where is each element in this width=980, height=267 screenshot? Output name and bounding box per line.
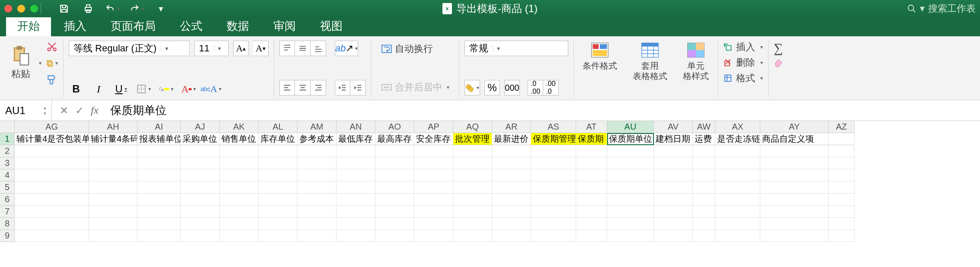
cell[interactable] — [220, 194, 259, 206]
align-middle-button[interactable] — [295, 41, 311, 56]
cell[interactable] — [181, 206, 220, 218]
cell[interactable] — [298, 181, 336, 194]
cell[interactable] — [89, 206, 138, 218]
row-header[interactable]: 2 — [0, 145, 15, 157]
cell[interactable] — [829, 206, 855, 218]
column-header[interactable]: AW — [693, 121, 715, 133]
cell[interactable] — [89, 194, 138, 206]
spreadsheet-grid[interactable]: AGAHAIAJAKALAMANAOAPAQARASATAUAVAWAXAYAZ… — [0, 121, 980, 267]
tab-page-layout[interactable]: 页面布局 — [99, 15, 167, 36]
cancel-formula-button[interactable]: ✕ — [60, 105, 68, 117]
increase-font-button[interactable]: A▴ — [233, 41, 249, 56]
cell[interactable] — [15, 157, 89, 169]
cell[interactable] — [607, 230, 654, 242]
cell[interactable] — [181, 181, 220, 194]
cell[interactable] — [298, 169, 336, 181]
cell[interactable]: 参考成本 — [298, 133, 336, 145]
cell[interactable] — [829, 194, 855, 206]
cell[interactable] — [220, 157, 259, 169]
cell[interactable] — [576, 206, 607, 218]
cell[interactable] — [138, 194, 181, 206]
cell[interactable] — [607, 145, 654, 157]
undo-button[interactable]: ▾ — [105, 2, 120, 15]
cell[interactable] — [654, 157, 693, 169]
cell[interactable] — [760, 218, 829, 230]
cell[interactable] — [607, 181, 654, 194]
row-header[interactable]: 4 — [0, 169, 15, 181]
cell[interactable] — [607, 169, 654, 181]
cell[interactable] — [492, 145, 531, 157]
cell[interactable] — [760, 145, 829, 157]
cell[interactable] — [492, 181, 531, 194]
cell[interactable] — [15, 145, 89, 157]
name-box[interactable]: AU1 ▴▾ — [0, 100, 52, 121]
column-header[interactable]: AH — [89, 121, 138, 133]
cell[interactable] — [138, 157, 181, 169]
cell[interactable] — [414, 157, 453, 169]
cell[interactable] — [453, 218, 492, 230]
column-header[interactable]: AN — [336, 121, 375, 133]
cell[interactable] — [829, 133, 855, 145]
cell[interactable] — [298, 194, 336, 206]
cell[interactable]: 保质期管理 — [531, 133, 576, 145]
cell[interactable] — [607, 206, 654, 218]
decrease-decimal-button[interactable]: .00.0 — [543, 80, 559, 95]
format-cells-button[interactable]: 格式▾ — [723, 72, 763, 85]
cell[interactable] — [15, 169, 89, 181]
cell[interactable] — [654, 218, 693, 230]
font-color-button[interactable]: A▾ — [181, 83, 196, 95]
tab-insert[interactable]: 插入 — [53, 15, 98, 36]
row-header[interactable]: 7 — [0, 206, 15, 218]
cell[interactable] — [693, 169, 715, 181]
cell[interactable] — [654, 206, 693, 218]
cell[interactable] — [531, 181, 576, 194]
cell[interactable] — [220, 145, 259, 157]
column-header[interactable]: AR — [492, 121, 531, 133]
cell[interactable]: 辅计量4条码 — [89, 133, 138, 145]
row-header[interactable]: 5 — [0, 181, 15, 194]
conditional-format-button[interactable]: 条件格式 — [579, 41, 621, 72]
cell[interactable] — [715, 206, 760, 218]
cell[interactable]: 建档日期 — [654, 133, 693, 145]
cell[interactable] — [715, 230, 760, 242]
cell[interactable] — [453, 169, 492, 181]
cell[interactable] — [15, 206, 89, 218]
cell[interactable] — [336, 218, 375, 230]
cell[interactable] — [492, 206, 531, 218]
row-header[interactable]: 3 — [0, 157, 15, 169]
cell[interactable] — [138, 145, 181, 157]
cell[interactable]: 库存单位 — [259, 133, 298, 145]
cell[interactable] — [89, 169, 138, 181]
cell[interactable] — [453, 230, 492, 242]
print-icon[interactable] — [81, 2, 96, 15]
cell[interactable] — [492, 194, 531, 206]
cell[interactable] — [298, 218, 336, 230]
column-header[interactable]: AK — [220, 121, 259, 133]
qat-customize-icon[interactable]: ▾ — [154, 2, 168, 15]
align-top-button[interactable] — [279, 41, 295, 56]
cell[interactable] — [492, 230, 531, 242]
search-box[interactable]: ▾ 搜索工作表 — [907, 2, 976, 15]
cell[interactable] — [760, 181, 829, 194]
column-header[interactable]: AY — [760, 121, 829, 133]
cell[interactable] — [492, 169, 531, 181]
cell[interactable] — [829, 157, 855, 169]
cell[interactable] — [760, 230, 829, 242]
cell[interactable]: 销售单位 — [220, 133, 259, 145]
paste-button[interactable]: 粘贴 — [9, 44, 33, 82]
cell[interactable] — [414, 206, 453, 218]
cell[interactable] — [220, 206, 259, 218]
cell[interactable] — [492, 157, 531, 169]
border-button[interactable]: ▾ — [136, 83, 151, 95]
tab-home[interactable]: 开始 — [6, 15, 51, 36]
row-header[interactable]: 9 — [0, 230, 15, 242]
cell[interactable] — [89, 181, 138, 194]
tab-data[interactable]: 数据 — [215, 15, 260, 36]
cell[interactable] — [15, 181, 89, 194]
cell[interactable] — [576, 157, 607, 169]
cell[interactable] — [259, 169, 298, 181]
cell[interactable]: 最新进价 — [492, 133, 531, 145]
cell[interactable]: 最低库存 — [336, 133, 375, 145]
cell[interactable] — [715, 218, 760, 230]
cell[interactable] — [576, 230, 607, 242]
